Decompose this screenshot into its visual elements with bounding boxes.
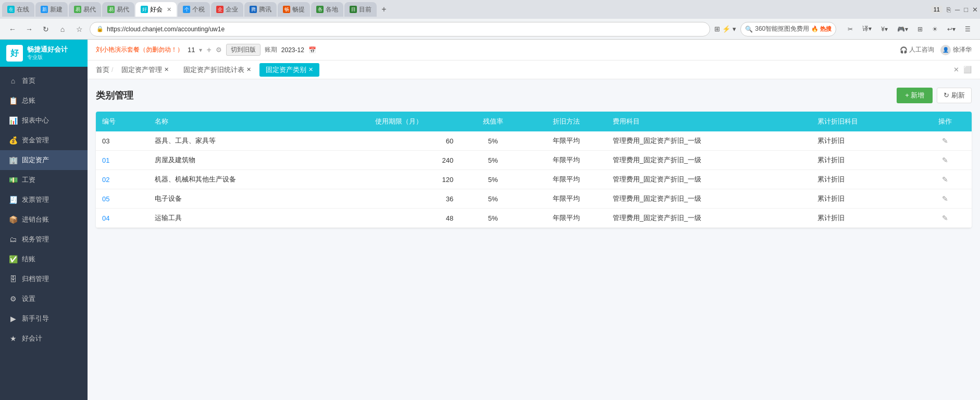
edit-icon-4[interactable]: ✎ [942, 214, 948, 222]
cell-expense-2: 管理费用_固定资产折旧_一级 [606, 170, 812, 189]
browser-tab-zaixian[interactable]: 在 在线 [2, 2, 34, 17]
expand-icon[interactable]: ▾ [199, 46, 202, 54]
sidebar-item-home[interactable]: ⌂ 首页 [0, 71, 88, 91]
sidebar-item-guide[interactable]: ▶ 新手引导 [0, 309, 88, 329]
code-link-4[interactable]: 04 [102, 214, 109, 222]
sidebar-item-payroll[interactable]: 💵 工资 [0, 170, 88, 190]
coupon-tool[interactable]: ¥▾ [878, 25, 891, 34]
refresh-button[interactable]: ↻ 刷新 [937, 88, 972, 103]
cell-name-1: 房屋及建筑物 [148, 151, 338, 170]
browser-tab-geshui[interactable]: 个 个税 [178, 2, 210, 17]
cell-depreciation-1: 累计折旧 [811, 151, 919, 170]
reload-button[interactable]: ↻ [40, 23, 52, 35]
add-icon[interactable]: + [206, 45, 211, 55]
tab-close-depreciation[interactable]: ✕ [246, 66, 251, 73]
user-info[interactable]: 👤 徐泽华 [940, 45, 972, 55]
edit-icon-1[interactable]: ✎ [942, 156, 948, 164]
fixed-assets-icon: 🏢 [8, 155, 18, 165]
edit-icon-2[interactable]: ✎ [942, 175, 948, 184]
page-tab-depreciation[interactable]: 固定资产折旧统计表 ✕ [177, 63, 257, 77]
sidebar-item-inventory[interactable]: 📦 进销台账 [0, 210, 88, 229]
expand-tabs-icon[interactable]: ⬜ [963, 66, 972, 74]
tab-favicon-yidai1: 易 [74, 6, 81, 13]
browser-tab-shumu[interactable]: 目 目前 [344, 2, 377, 17]
game-tool[interactable]: 🎮▾ [894, 25, 911, 34]
sidebar-item-settle[interactable]: ✅ 结账 [0, 249, 88, 269]
cut-tool[interactable]: ✂ [845, 25, 856, 34]
tab-favicon-yidai2: 易 [107, 6, 115, 13]
sidebar-label-hao: 好会计 [22, 334, 42, 343]
browser-tab-xinjian[interactable]: 新 新建 [35, 2, 68, 17]
col-code: 编号 [96, 112, 148, 131]
switch-version-button[interactable]: 切到旧版 [226, 44, 260, 56]
sidebar-item-fixed-assets[interactable]: 🏢 固定资产 [0, 150, 88, 170]
home-button[interactable]: ⌂ [56, 23, 69, 35]
bookmark-button[interactable]: ☆ [73, 23, 85, 35]
settings-gear-icon[interactable]: ⚙ [216, 46, 222, 54]
translate-tool[interactable]: 译▾ [859, 23, 875, 34]
tab-close-fixed-mgmt[interactable]: ✕ [164, 66, 169, 73]
browser-tab-qiye[interactable]: 企 企业 [211, 2, 243, 17]
search-box[interactable]: 🔍 360智能抠图免费用 🔥 热搜 [740, 22, 836, 37]
forward-button[interactable]: → [23, 23, 35, 35]
tab-favicon-qiye: 企 [216, 6, 224, 13]
cell-action-1[interactable]: ✎ [919, 151, 972, 170]
cell-code-3: 05 [96, 189, 148, 209]
add-button[interactable]: + 新增 [897, 88, 933, 103]
tab-action-max[interactable]: □ [964, 6, 968, 14]
browser-tab-changte[interactable]: 畅 畅提 [278, 2, 310, 17]
code-link-2[interactable]: 02 [102, 176, 109, 184]
browser-tab-gedi[interactable]: 各 各地 [311, 2, 343, 17]
code-link-1[interactable]: 01 [102, 156, 109, 164]
tab-action-copy[interactable]: ⎘ [947, 6, 951, 14]
hot-badge: 🔥 热搜 [811, 25, 832, 33]
tab-separator-1: / [111, 66, 113, 74]
cell-action-4[interactable]: ✎ [919, 209, 972, 228]
menu-tool[interactable]: ☰ [962, 25, 974, 34]
sidebar-item-funds[interactable]: 💰 资金管理 [0, 130, 88, 150]
device-icon[interactable]: ⊞ [714, 25, 720, 33]
back-button[interactable]: ← [6, 23, 19, 35]
cell-action-2[interactable]: ✎ [919, 170, 972, 189]
edit-icon-0[interactable]: ✎ [942, 137, 948, 145]
tab-close-category[interactable]: ✕ [308, 66, 313, 73]
sidebar-item-tax[interactable]: 🗂 税务管理 [0, 229, 88, 249]
sidebar-label-settle: 结账 [22, 254, 35, 264]
cell-action-3[interactable]: ✎ [919, 189, 972, 209]
sidebar-item-reports[interactable]: 📊 报表中心 [0, 111, 88, 130]
tab-bar-actions: 11 ⎘ ─ □ ✕ [931, 6, 978, 14]
sidebar-item-settings[interactable]: ⚙ 设置 [0, 289, 88, 309]
support-button[interactable]: 🎧 人工咨询 [900, 45, 934, 54]
grid-tool[interactable]: ⊞ [914, 25, 926, 34]
sidebar-label-inventory: 进销台账 [22, 215, 49, 224]
page-tabs: 首页 / 固定资产管理 ✕ 固定资产折旧统计表 ✕ 固定资产类别 ✕ ✕ ⬜ [88, 60, 980, 79]
page-tab-category[interactable]: 固定资产类别 ✕ [259, 63, 319, 77]
cell-code-1: 01 [96, 151, 148, 170]
brightness-tool[interactable]: ☀ [929, 25, 941, 34]
sidebar-item-invoices[interactable]: 🧾 发票管理 [0, 190, 88, 210]
browser-tab-tengxun[interactable]: 腾 腾讯 [244, 2, 277, 17]
page-tab-home[interactable]: 首页 [96, 65, 109, 75]
col-period: 使用期限（月） [339, 112, 460, 131]
cell-action-0[interactable]: ✎ [919, 131, 972, 151]
sidebar-item-hao[interactable]: ★ 好会计 [0, 329, 88, 348]
undo-tool[interactable]: ↩▾ [944, 25, 959, 34]
edit-icon-3[interactable]: ✎ [942, 195, 948, 203]
browser-tab-haohe[interactable]: 好 好会 ✕ [135, 2, 177, 17]
new-tab-button[interactable]: + [378, 3, 390, 16]
page-tab-fixed-asset-mgmt[interactable]: 固定资产管理 ✕ [115, 63, 175, 77]
sidebar-item-ledger[interactable]: 📋 总账 [0, 91, 88, 111]
sidebar-item-archive[interactable]: 🗄 归档管理 [0, 269, 88, 289]
tab-action-min[interactable]: ─ [955, 6, 960, 14]
lightning-icon[interactable]: ⚡ [722, 25, 730, 33]
url-bar[interactable]: 🔒 https://cloud.chanjet.com/accounting/u… [90, 22, 710, 37]
tab-action-close[interactable]: ✕ [972, 6, 978, 14]
browser-tab-yidai2[interactable]: 易 易代 [102, 2, 134, 17]
browser-tab-yidai1[interactable]: 易 易代 [69, 2, 101, 17]
close-all-icon[interactable]: ✕ [953, 66, 959, 74]
tab-close-haohe[interactable]: ✕ [167, 6, 171, 13]
dropdown-icon[interactable]: ▾ [733, 25, 736, 33]
calendar-icon[interactable]: 📅 [308, 46, 316, 54]
code-link-3[interactable]: 05 [102, 195, 109, 203]
app-layout: 好 畅捷通好会计 专业版 ⌂ 首页 📋 总账 📊 报表中心 💰 资金管理 [0, 40, 980, 400]
